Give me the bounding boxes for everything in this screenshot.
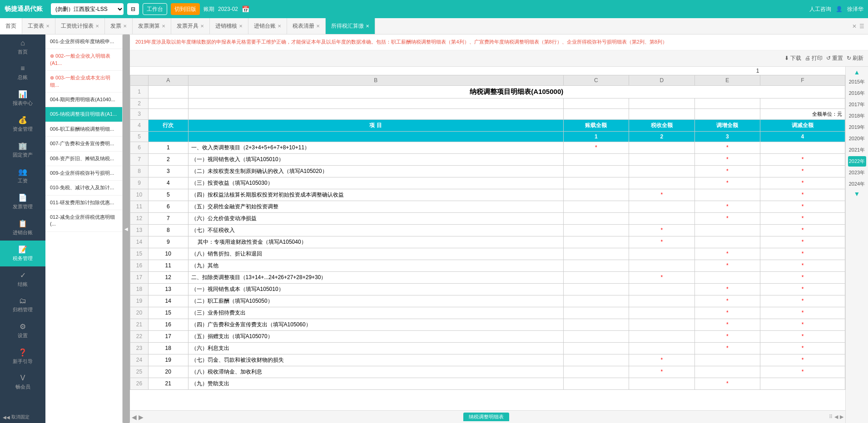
year-btn-2020[interactable]: 2020年 — [848, 133, 866, 144]
sidebar-item-assets[interactable]: 🏢 固定资产 — [0, 137, 45, 163]
left-panel-item-009[interactable]: 009-企业所得税弥补亏损明... — [45, 166, 122, 181]
customer-service[interactable]: 人工咨询 — [809, 5, 831, 13]
year-btn-2016[interactable]: 2016年 — [848, 88, 866, 98]
year-btn-2015[interactable]: 2015年 — [848, 77, 866, 87]
sidebar-item-member[interactable]: V 畅会员 — [0, 369, 45, 395]
year-nav-up[interactable]: ▲ — [854, 69, 860, 76]
row-c3[interactable]: * — [694, 295, 760, 307]
row-c4[interactable] — [760, 142, 845, 153]
row-c4[interactable]: * — [760, 307, 845, 319]
row-project[interactable]: （二）职工薪酬（填写A105050） — [188, 295, 563, 307]
row-c1[interactable] — [563, 271, 629, 283]
row-c4[interactable] — [760, 378, 845, 389]
sidebar-item-home[interactable]: ⌂ 首页 — [0, 34, 45, 60]
tab-close-income-tax[interactable]: ✕ — [366, 24, 369, 29]
row-c1[interactable] — [563, 366, 629, 378]
tab-income-tax[interactable]: 所得税汇算缴 ✕ — [326, 18, 375, 34]
row-project[interactable]: （八）税收滞纳金、加收利息 — [188, 366, 563, 378]
row-project[interactable]: 二、扣除类调整项目（13+14+...24+26+27+28+29+30） — [188, 271, 563, 283]
copy-btn[interactable]: ⊟ — [127, 3, 139, 15]
row-c1[interactable] — [563, 224, 629, 236]
left-panel-item-012[interactable]: 012-减免企业所得税优惠明细(... — [45, 210, 122, 232]
row-c2[interactable]: * — [629, 366, 694, 378]
tab-menu-icon[interactable]: ☰ — [859, 23, 864, 30]
left-panel-item-006[interactable]: 006-职工薪酬纳税调整明细... — [45, 122, 122, 137]
row-c3[interactable] — [694, 189, 760, 201]
tab-close-salary-report[interactable]: ✕ — [95, 24, 99, 29]
row-c3[interactable]: * — [694, 153, 760, 165]
row-c2[interactable] — [629, 283, 694, 295]
left-panel-item-011[interactable]: 011-研发费用加计扣除优惠... — [45, 196, 122, 210]
row-c1[interactable] — [563, 295, 629, 307]
switch-btn[interactable]: 切到旧版 — [171, 3, 200, 15]
scroll-right-icon[interactable]: ▶ — [139, 413, 144, 421]
row-c3[interactable]: * — [694, 142, 760, 153]
tab-close-salary[interactable]: ✕ — [46, 24, 50, 29]
row-c1[interactable]: * — [563, 142, 629, 153]
refresh-btn[interactable]: ↻ 刷新 — [847, 54, 863, 62]
row-c1[interactable] — [563, 260, 629, 271]
row-project[interactable]: （七）不征税收入 — [188, 224, 563, 236]
row-c2[interactable] — [629, 330, 694, 342]
row-c1[interactable] — [563, 330, 629, 342]
tab-close-ledger[interactable]: ✕ — [278, 24, 281, 29]
row-c2[interactable] — [629, 201, 694, 212]
row-c3[interactable]: * — [694, 330, 760, 342]
sidebar-item-finance[interactable]: 💰 资金管理 — [0, 111, 45, 137]
tab-invoice-calc[interactable]: 发票测算 ✕ — [133, 18, 171, 34]
year-btn-2018[interactable]: 2018年 — [848, 111, 866, 121]
row-c4[interactable]: * — [760, 271, 845, 283]
row-c1[interactable] — [563, 212, 629, 224]
print-btn[interactable]: 🖨 打印 — [805, 54, 823, 62]
row-c4[interactable]: * — [760, 342, 845, 354]
row-project[interactable]: （六）利息支出 — [188, 342, 563, 354]
year-btn-2021[interactable]: 2021年 — [848, 145, 866, 155]
sheet-nav-icon[interactable]: ⠿ — [829, 414, 833, 420]
row-c4[interactable]: * — [760, 330, 845, 342]
year-btn-2022[interactable]: 2022年 — [848, 156, 866, 167]
tab-tax-table[interactable]: 税表清册 ✕ — [287, 18, 326, 34]
tab-home[interactable]: 首页 — [0, 18, 22, 34]
row-c2[interactable]: * — [629, 271, 694, 283]
sidebar-item-archive[interactable]: 🗂 归档管理 — [0, 292, 45, 318]
scroll-left-icon[interactable]: ◀ — [132, 413, 137, 421]
row-c1[interactable] — [563, 342, 629, 354]
left-panel-item-007[interactable]: 007-广告费和业务宣传费明... — [45, 137, 122, 151]
tab-purchase-sales[interactable]: 进销稽核 ✕ — [210, 18, 248, 34]
row-c3[interactable]: * — [694, 342, 760, 354]
row-c4[interactable]: * — [760, 260, 845, 271]
row-c4[interactable]: * — [760, 236, 845, 248]
left-panel-item-004[interactable]: 004-期间费用明细表(A1040... — [45, 93, 122, 107]
workspace-btn[interactable]: 工作台 — [143, 3, 167, 15]
row-c1[interactable] — [563, 307, 629, 319]
row-c4[interactable]: * — [760, 354, 845, 366]
row-c1[interactable] — [563, 378, 629, 389]
row-c2[interactable]: * — [629, 224, 694, 236]
row-c3[interactable] — [694, 224, 760, 236]
download-btn[interactable]: ⬇ 下载 — [784, 54, 801, 62]
row-c3[interactable]: * — [694, 260, 760, 271]
tab-close-invoice-calc[interactable]: ✕ — [162, 24, 165, 29]
row-c3[interactable]: * — [694, 177, 760, 189]
sidebar-item-unpin[interactable]: ◀◀ 取消固定 — [0, 411, 45, 423]
year-btn-2019[interactable]: 2019年 — [848, 122, 866, 133]
row-c3[interactable]: * — [694, 165, 760, 177]
year-btn-2017[interactable]: 2017年 — [848, 99, 866, 110]
row-c3[interactable]: * — [694, 212, 760, 224]
left-panel-item-001[interactable]: 001-企业所得税年度纳税申... — [45, 34, 122, 49]
row-project[interactable]: 一、收入类调整项目（2+3+4+5+6+7+8+10+11） — [188, 142, 563, 153]
row-c4[interactable]: * — [760, 165, 845, 177]
row-c1[interactable] — [563, 177, 629, 189]
tab-close-invoice-issue[interactable]: ✕ — [200, 24, 204, 29]
row-c3[interactable] — [694, 271, 760, 283]
row-c1[interactable] — [563, 189, 629, 201]
row-project[interactable]: 其中：专项用途财政性资金（填写A105040） — [188, 236, 563, 248]
reset-btn[interactable]: ↺ 重置 — [826, 54, 843, 62]
sidebar-item-guide[interactable]: ❓ 新手引导 — [0, 344, 45, 369]
row-c2[interactable] — [629, 248, 694, 260]
sidebar-item-settings[interactable]: ⚙ 设置 — [0, 318, 45, 344]
company-select[interactable]: (勿删）江西股宝-LSS — [51, 3, 124, 15]
row-project[interactable]: （九）其他 — [188, 260, 563, 271]
row-c3[interactable] — [694, 354, 760, 366]
row-project[interactable]: （五）捐赠支出（填写A105070） — [188, 330, 563, 342]
